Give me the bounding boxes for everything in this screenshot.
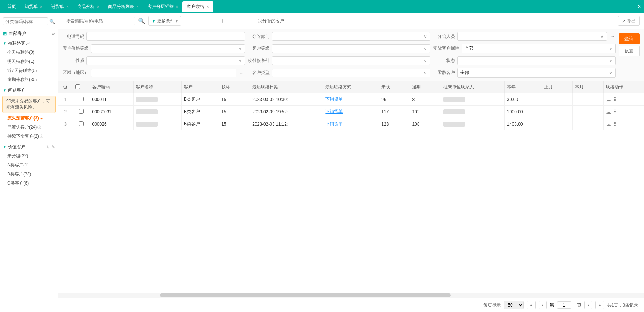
collapse-icon[interactable]: « <box>52 31 55 37</box>
export-button[interactable]: ↗ 导出 <box>618 16 640 26</box>
tab-product-list[interactable]: 商品分析列表 × <box>104 1 143 12</box>
row-code: 000026 <box>90 118 133 130</box>
tab-product-analysis-label: 商品分析 <box>77 4 95 10</box>
more-action-icon[interactable]: ⠿ <box>613 109 617 115</box>
sidebar-item-class-a[interactable]: A类客户(1) <box>0 161 58 170</box>
main-container: 🔍 ⊞ 全部客户 « ▼ 待联络客户 今天待联络(0) 明天待联络(1) 近7天… <box>0 13 644 312</box>
price-level-select[interactable]: ∨ <box>91 44 245 53</box>
nature-select[interactable]: ∨ <box>86 56 245 65</box>
row-checkbox[interactable] <box>73 106 90 118</box>
phone-input[interactable] <box>86 32 245 41</box>
person-label: 分管人员 <box>433 33 455 40</box>
close-icon[interactable]: × <box>40 4 42 9</box>
tab-product-analysis[interactable]: 商品分析 × <box>73 1 104 12</box>
tab-sales[interactable]: 销货单 × <box>20 1 47 12</box>
more-filter-button[interactable]: ▼ 更多条件 ▾ <box>148 16 181 26</box>
close-icon[interactable]: × <box>136 4 138 9</box>
query-button[interactable]: 查询 <box>619 33 640 44</box>
next-page-button[interactable]: › <box>584 301 592 309</box>
page-label-pre: 第 <box>550 302 554 308</box>
edit-icon[interactable]: ✎ <box>51 145 55 150</box>
row-overdue: 81 <box>410 93 441 106</box>
search-icon[interactable]: 🔍 <box>49 19 55 24</box>
horizontal-scrollbar[interactable] <box>58 293 644 298</box>
settings-col-icon[interactable]: ⚙ <box>63 84 68 90</box>
row-checkbox[interactable] <box>73 93 90 106</box>
customer-level-select[interactable]: ∨ <box>272 44 430 53</box>
link-last-method[interactable]: 下销货单 <box>325 97 343 102</box>
sidebar-item-churn-warning[interactable]: 流失预警客户(3) ● <box>0 114 58 123</box>
retail-attr-select[interactable]: 全部 ∨ <box>462 44 616 53</box>
sidebar-group-problem-title[interactable]: ▼ 问题客户 <box>0 86 58 95</box>
nature-label: 性质 <box>63 58 84 64</box>
item-7days-label: 近7天待联络(0) <box>7 68 37 74</box>
sidebar-item-today[interactable]: 今天待联络(0) <box>0 48 58 57</box>
dots-icon[interactable]: ··· <box>238 70 245 76</box>
tab-home-label: 首页 <box>7 4 16 10</box>
settings-button[interactable]: 设置 <box>619 46 640 56</box>
payment-select[interactable]: ∨ <box>272 56 430 65</box>
th-settings[interactable]: ⚙ <box>58 81 73 93</box>
th-type: 客户... <box>181 81 219 93</box>
sidebar-item-overdue[interactable]: 逾期未联络(30) <box>0 75 58 84</box>
sidebar-search-area: 🔍 <box>0 16 58 27</box>
row-contact: 15 <box>219 118 250 130</box>
status-select[interactable]: ∨ <box>457 56 616 65</box>
dept-select[interactable]: ∨ <box>272 32 430 41</box>
close-icon[interactable]: × <box>97 4 99 9</box>
close-icon[interactable]: × <box>206 4 209 9</box>
my-customers-checkbox[interactable] <box>184 19 257 23</box>
sidebar-item-churned[interactable]: 已流失客户(24) ⓘ <box>0 123 58 132</box>
row-this-year: 30.00 <box>505 93 542 106</box>
close-icon[interactable]: × <box>176 4 178 9</box>
sidebar-item-tomorrow[interactable]: 明天待联络(1) <box>0 57 58 66</box>
per-page-select[interactable]: 50 100 200 <box>504 301 524 309</box>
prev-page-button[interactable]: ‹ <box>539 301 547 309</box>
contact-action-icon[interactable]: ☁ <box>606 97 611 102</box>
sidebar-all-customers[interactable]: ⊞ 全部客户 « <box>0 29 58 38</box>
close-all-button[interactable]: × <box>637 3 641 11</box>
last-page-button[interactable]: » <box>595 301 604 309</box>
contact-action-icon[interactable]: ☁ <box>606 121 611 127</box>
sidebar-item-ungroups[interactable]: 未分组(32) <box>0 151 58 161</box>
more-action-icon[interactable]: ⠿ <box>613 97 617 102</box>
payment-label: 收付款条件 <box>248 58 270 64</box>
row-checkbox[interactable] <box>73 118 90 130</box>
search-button[interactable]: 🔍 <box>138 17 145 24</box>
link-last-method[interactable]: 下销货单 <box>325 121 343 126</box>
tab-home[interactable]: 首页 <box>3 1 20 12</box>
sidebar-item-class-c[interactable]: C类客户(6) <box>0 179 58 188</box>
filter-btn-label: 更多条件 <box>157 18 174 24</box>
sidebar-group-value-title[interactable]: ▼ 价值客户 ↻ ✎ <box>0 142 58 151</box>
contact-action-icon[interactable]: ☁ <box>606 109 611 115</box>
customer-type-select[interactable]: ∨ <box>272 69 430 77</box>
search-input[interactable] <box>63 17 135 25</box>
select-all-checkbox[interactable] <box>75 84 80 89</box>
close-icon[interactable]: × <box>66 4 68 9</box>
more-action-icon[interactable]: ⠿ <box>613 121 617 127</box>
scrollbar-thumb[interactable] <box>160 293 451 297</box>
retail-customer-select[interactable]: 全部 ∨ <box>457 68 616 78</box>
my-customers-checkbox-label[interactable]: 我分管的客户 <box>184 18 284 24</box>
th-last-month: 上月... <box>542 81 573 93</box>
info-icon: ⓘ <box>37 125 41 130</box>
sidebar-item-declining[interactable]: 持续下滑客户(2) ⓘ <box>0 132 58 141</box>
sidebar-search-input[interactable] <box>3 17 48 25</box>
tab-customer-contact[interactable]: 客户联络 × <box>182 1 213 12</box>
person-select[interactable]: ∨ <box>457 32 607 41</box>
refresh-icon[interactable]: ↻ <box>46 145 50 150</box>
top-nav: 首页 销货单 × 进货单 × 商品分析 × 商品分析列表 × 客户分层经营 × … <box>0 0 644 13</box>
link-last-method[interactable]: 下销货单 <box>325 109 343 114</box>
tab-purchase[interactable]: 进货单 × <box>47 1 73 12</box>
sidebar-item-class-b[interactable]: B类客户(33) <box>0 170 58 179</box>
first-page-button[interactable]: « <box>527 301 536 309</box>
sidebar-group-pending-title[interactable]: ▼ 待联络客户 <box>0 39 58 48</box>
region-input[interactable] <box>91 69 236 77</box>
dots-icon[interactable]: ··· <box>609 34 616 39</box>
group-value-label: 价值客户 <box>8 144 25 150</box>
page-input[interactable] <box>557 301 571 309</box>
filter-customer-type: 客户类型 ∨ <box>248 69 430 77</box>
tab-customer-layer[interactable]: 客户分层经营 × <box>143 1 182 12</box>
warn-icon: ● <box>40 116 43 121</box>
sidebar-item-7days[interactable]: 近7天待联络(0) <box>0 66 58 75</box>
